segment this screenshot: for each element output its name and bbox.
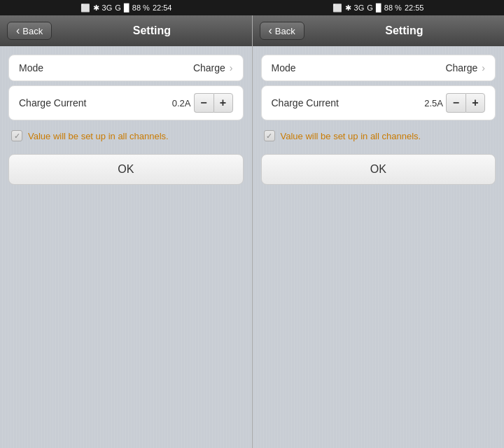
battery-right: 88 % [384, 4, 402, 12]
left-charge-current-value: 0.2A [166, 98, 191, 108]
right-mode-label: Mode [272, 62, 296, 74]
left-nav-title: Setting [59, 24, 244, 37]
right-mode-row[interactable]: Mode Charge › [261, 55, 496, 81]
status-left: ⬜ ✱ 3G G ▉ 88 % 22:54 [0, 0, 252, 15]
status-bar: ⬜ ✱ 3G G ▉ 88 % 22:54 ⬜ ✱ 3G G ▉ 88 % 22… [0, 0, 504, 15]
left-mode-label: Mode [19, 62, 43, 74]
right-nav-bar: Back Setting [253, 15, 505, 46]
left-checkbox-row[interactable]: Value will be set up in all channels. [8, 125, 244, 147]
left-stepper-group: 0.2A − + [166, 93, 233, 113]
left-charge-current-label: Charge Current [19, 97, 87, 108]
signal-g-left: G [115, 4, 121, 12]
right-nav-title: Setting [312, 24, 497, 37]
left-back-button[interactable]: Back [7, 22, 52, 40]
left-spacer [0, 193, 252, 448]
bluetooth-left: ✱ [93, 4, 99, 13]
battery-left: 88 % [132, 4, 150, 12]
left-charge-current-row: Charge Current 0.2A − + [8, 85, 244, 120]
right-charge-current-row: Charge Current 2.5A − + [261, 85, 496, 120]
right-checkbox[interactable] [264, 130, 275, 141]
signal-bars-left: ▉ [124, 4, 130, 13]
left-nav-bar: Back Setting [0, 15, 252, 46]
right-spacer [253, 193, 505, 448]
photo-icon-right: ⬜ [332, 4, 342, 13]
signal-bars-right: ▉ [376, 4, 382, 13]
time-left: 22:54 [153, 4, 172, 12]
right-back-button[interactable]: Back [260, 22, 304, 40]
left-panel-content: Mode Charge › Charge Current 0.2A − + Va… [0, 46, 252, 193]
right-mode-value-group: Charge › [445, 62, 485, 74]
left-mode-row[interactable]: Mode Charge › [8, 55, 244, 81]
left-mode-chevron-icon: › [230, 62, 233, 74]
right-mode-value: Charge [445, 62, 477, 74]
right-decrement-button[interactable]: − [446, 93, 465, 113]
left-decrement-button[interactable]: − [194, 93, 214, 113]
right-checkbox-label: Value will be set up in all channels. [281, 131, 421, 141]
right-charge-current-label: Charge Current [272, 97, 340, 108]
right-checkbox-row[interactable]: Value will be set up in all channels. [261, 125, 496, 147]
right-increment-button[interactable]: + [465, 93, 485, 113]
left-checkbox-label: Value will be set up in all channels. [28, 131, 169, 141]
right-panel-content: Mode Charge › Charge Current 2.5A − + Va… [253, 46, 505, 193]
time-right: 22:55 [405, 4, 424, 12]
left-panel: Back Setting Mode Charge › Charge Curren… [0, 15, 253, 448]
right-mode-chevron-icon: › [482, 62, 485, 74]
signal-g-right: G [367, 4, 373, 12]
left-mode-value-group: Charge › [193, 62, 233, 74]
right-charge-current-value: 2.5A [418, 98, 443, 108]
bluetooth-right: ✱ [345, 4, 351, 13]
right-stepper-group: 2.5A − + [418, 93, 485, 113]
status-right: ⬜ ✱ 3G G ▉ 88 % 22:55 [252, 0, 504, 15]
network-right: 3G [354, 4, 365, 12]
network-left: 3G [102, 4, 113, 12]
photo-icon-left: ⬜ [80, 4, 90, 13]
left-mode-value: Charge [193, 62, 225, 74]
left-checkbox[interactable] [11, 130, 22, 141]
right-panel: Back Setting Mode Charge › Charge Curren… [253, 15, 505, 448]
right-ok-button[interactable]: OK [261, 154, 496, 185]
left-ok-button[interactable]: OK [8, 154, 244, 185]
panels-container: Back Setting Mode Charge › Charge Curren… [0, 15, 504, 448]
left-increment-button[interactable]: + [214, 93, 233, 113]
